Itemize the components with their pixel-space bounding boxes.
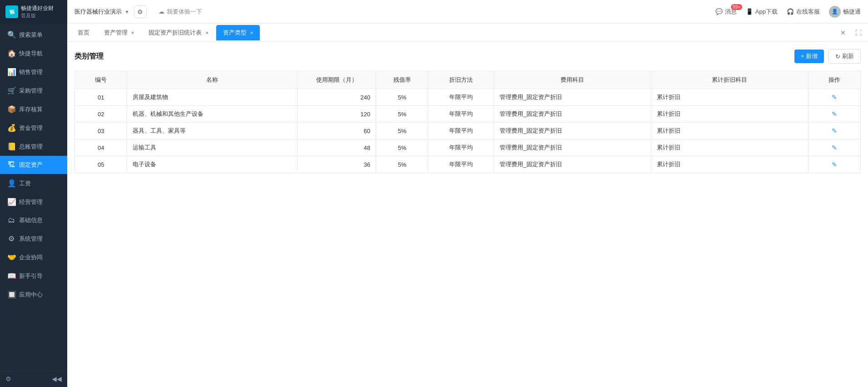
tab-close-depreciation-table[interactable]: ×	[205, 30, 208, 35]
col-header-period: 使用期限（月）	[298, 71, 376, 89]
sidebar-item-label: 工资	[19, 179, 31, 188]
sidebar-item-payroll[interactable]: 👤工资	[0, 174, 67, 193]
col-header-code: 编号	[75, 71, 127, 89]
sidebar-item-label: 系统管理	[19, 235, 43, 243]
col-header-residual: 残值率	[376, 71, 428, 89]
app-center-icon: 🔲	[7, 290, 15, 299]
expand-tab-button[interactable]: ⛶	[853, 27, 864, 39]
module-selector[interactable]: 医疗器械行业演示 ▼	[74, 8, 129, 16]
new-button[interactable]: + 新增	[794, 50, 824, 63]
sidebar-item-fixed-assets[interactable]: 🏗固定资产	[0, 156, 67, 174]
messages-button[interactable]: 💬 消息 99+	[715, 8, 737, 16]
cell-residual: 5%	[376, 156, 428, 173]
col-header-expense: 费用科目	[494, 71, 651, 89]
sidebar-item-label: 库存核算	[19, 105, 43, 114]
page-header: 类别管理 + 新增 ↻ 刷新	[74, 49, 861, 64]
cell-residual: 5%	[376, 123, 428, 139]
sidebar-item-quick-nav[interactable]: 🏠快捷导航	[0, 44, 67, 63]
tab-close-asset-type[interactable]: ×	[250, 30, 253, 35]
sidebar-item-basic-info[interactable]: 🗂基础信息	[0, 211, 67, 229]
customer-service-button[interactable]: 🎧 在线客服	[787, 8, 820, 16]
cell-ops: ✎	[808, 156, 860, 173]
sidebar-item-search[interactable]: 🔍搜索菜单	[0, 25, 67, 44]
close-tab-button[interactable]: ✕	[837, 27, 849, 39]
inventory-icon: 📦	[7, 105, 15, 114]
table-header-row: 编号 名称 使用期限（月） 残值率 折旧方法 费用科目 累计折旧科目 操作	[75, 71, 861, 89]
cell-code: 04	[75, 139, 127, 156]
refresh-label: 刷新	[842, 52, 854, 60]
col-header-name: 名称	[127, 71, 298, 89]
sidebar-item-beginner[interactable]: 📖新手引导	[0, 267, 67, 285]
edit-icon[interactable]: ✎	[832, 94, 837, 101]
payroll-icon: 👤	[7, 179, 15, 188]
cell-code: 05	[75, 156, 127, 173]
search-icon: 🔍	[7, 30, 15, 39]
cell-code: 02	[75, 106, 127, 123]
settings-footer-icon[interactable]: ⚙	[5, 375, 11, 382]
tab-label-asset-type: 资产类型	[223, 29, 247, 37]
edit-icon[interactable]: ✎	[832, 144, 837, 151]
table-row: 05 电子设备 36 5% 年限平均 管理费用_固定资产折旧 累计折旧 ✎	[75, 156, 861, 173]
module-name: 医疗器械行业演示	[74, 8, 122, 16]
user-menu[interactable]: 👤 畅捷通	[829, 6, 861, 18]
sidebar-item-ledger[interactable]: 📒总账管理	[0, 137, 67, 156]
sidebar-item-funds[interactable]: 💰资金管理	[0, 119, 67, 137]
table-row: 04 运输工具 48 5% 年限平均 管理费用_固定资产折旧 累计折旧 ✎	[75, 139, 861, 156]
topbar-left: 医疗器械行业演示 ▼ ⚙ ☁ 我要体验一下	[74, 5, 715, 18]
sidebar-item-system[interactable]: ⚙系统管理	[0, 229, 67, 248]
tab-close-asset-mgmt[interactable]: ×	[131, 30, 134, 35]
table-body: 01 房屋及建筑物 240 5% 年限平均 管理费用_固定资产折旧 累计折旧 ✎…	[75, 89, 861, 173]
mobile-icon: 📱	[746, 8, 753, 15]
tab-asset-type[interactable]: 资产类型×	[216, 25, 260, 40]
edit-icon[interactable]: ✎	[832, 110, 837, 118]
cell-residual: 5%	[376, 139, 428, 156]
funds-icon: 💰	[7, 124, 15, 132]
cell-ops: ✎	[808, 89, 860, 106]
cell-code: 03	[75, 123, 127, 139]
app-download-button[interactable]: 📱 App下载	[746, 8, 778, 16]
app-logo: 畅	[5, 5, 18, 18]
purchase-icon: 🛒	[7, 86, 15, 95]
sidebar-nav: 🔍搜索菜单🏠快捷导航📊销售管理🛒采购管理📦库存核算💰资金管理📒总账管理🏗固定资产…	[0, 24, 67, 370]
page-actions: + 新增 ↻ 刷新	[794, 49, 861, 64]
sidebar-item-label: 应用中心	[19, 291, 43, 299]
table-row: 03 器具、工具、家具等 60 5% 年限平均 管理费用_固定资产折旧 累计折旧…	[75, 123, 861, 139]
cell-ops: ✎	[808, 123, 860, 139]
collapse-icon[interactable]: ◀◀	[52, 375, 62, 382]
cell-name: 器具、工具、家具等	[127, 123, 298, 139]
edit-icon[interactable]: ✎	[832, 161, 837, 168]
sidebar-item-label: 经营管理	[19, 198, 43, 206]
cell-expense: 管理费用_固定资产折旧	[494, 156, 651, 173]
tab-home[interactable]: 首页	[71, 25, 96, 40]
table-row: 01 房屋及建筑物 240 5% 年限平均 管理费用_固定资产折旧 累计折旧 ✎	[75, 89, 861, 106]
tab-asset-mgmt[interactable]: 资产管理×	[97, 25, 141, 40]
trial-button[interactable]: ☁ 我要体验一下	[159, 8, 202, 16]
sidebar-header: 畅 畅捷通好业财 普及版	[0, 0, 67, 24]
app-name: 畅捷通好业财	[21, 5, 54, 12]
refresh-icon: ↻	[835, 53, 840, 60]
sidebar-item-app-center[interactable]: 🔲应用中心	[0, 285, 67, 304]
tab-depreciation-table[interactable]: 固定资产折旧统计表×	[142, 25, 215, 40]
sidebar-item-label: 基础信息	[19, 216, 43, 224]
sidebar-item-label: 新手引导	[19, 272, 43, 280]
sales-icon: 📊	[7, 68, 15, 76]
topbar-settings-button[interactable]: ⚙	[134, 5, 147, 18]
cell-accum: 累计折旧	[651, 89, 808, 106]
edit-icon[interactable]: ✎	[832, 127, 837, 134]
cell-expense: 管理费用_固定资产折旧	[494, 89, 651, 106]
refresh-button[interactable]: ↻ 刷新	[828, 49, 861, 64]
avatar: 👤	[829, 6, 841, 18]
sidebar-item-operations[interactable]: 📈经营管理	[0, 193, 67, 211]
tab-label-depreciation-table: 固定资产折旧统计表	[149, 29, 202, 37]
cell-expense: 管理费用_固定资产折旧	[494, 106, 651, 123]
cell-method: 年限平均	[428, 106, 494, 123]
tabs-bar: 首页资产管理×固定资产折旧统计表×资产类型× ✕ ⛶	[67, 24, 868, 42]
sidebar-item-corp-collab[interactable]: 🤝企业协同	[0, 248, 67, 267]
user-label: 畅捷通	[843, 8, 861, 16]
system-icon: ⚙	[7, 234, 15, 243]
sidebar-item-inventory[interactable]: 📦库存核算	[0, 100, 67, 119]
sidebar-item-purchase[interactable]: 🛒采购管理	[0, 81, 67, 100]
sidebar-item-sales[interactable]: 📊销售管理	[0, 63, 67, 81]
cell-ops: ✎	[808, 106, 860, 123]
customer-service-label: 在线客服	[796, 8, 820, 16]
